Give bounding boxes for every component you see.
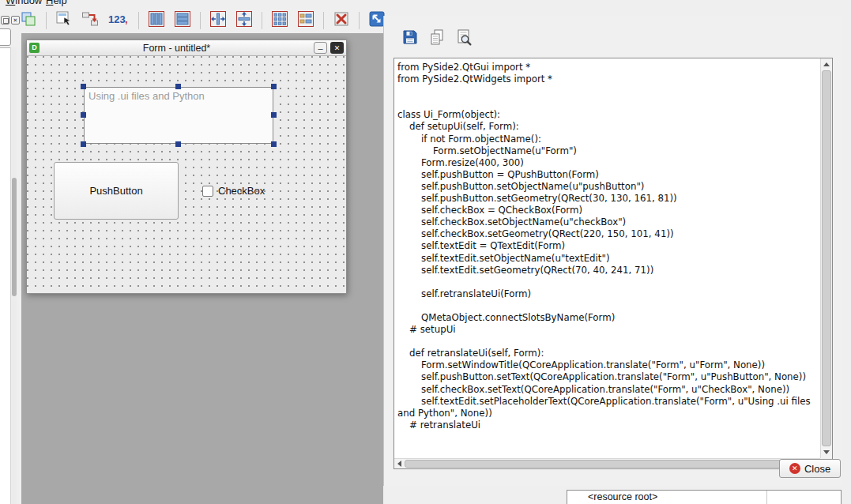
code-area: from PySide2.QtGui import * from PySide2… bbox=[393, 58, 833, 469]
selection-handle-sw[interactable] bbox=[81, 141, 86, 147]
layout-horizontally-icon bbox=[148, 10, 165, 31]
menu-help[interactable]: Help bbox=[46, 0, 67, 6]
form-titlebar[interactable]: D Form - untitled* – ✕ bbox=[27, 40, 346, 56]
dock-float-button[interactable] bbox=[1, 16, 9, 24]
svg-text:,: , bbox=[125, 13, 128, 25]
edit-widgets-icon bbox=[55, 10, 73, 31]
close-button-label: Close bbox=[804, 463, 830, 475]
layout-form-icon bbox=[297, 10, 314, 31]
toolbar-separator bbox=[46, 12, 47, 29]
edit-signals-slots-button[interactable] bbox=[79, 9, 101, 32]
qt-designer-window: Window Help 123, bbox=[0, 0, 851, 504]
arrow-up-icon bbox=[823, 62, 830, 66]
main-toolbar: 123, bbox=[17, 9, 388, 32]
dialog-toolbar bbox=[400, 28, 474, 49]
minimize-button[interactable]: – bbox=[314, 42, 327, 54]
layout-vertically-button[interactable] bbox=[171, 9, 194, 32]
form-canvas[interactable]: Using .ui files and Python PushButton Ch… bbox=[27, 56, 346, 293]
checkbox-widget[interactable]: CheckBox bbox=[202, 185, 265, 197]
copy-icon bbox=[427, 28, 446, 50]
scroll-up-button[interactable] bbox=[821, 58, 832, 70]
code-preview-dialog: from PySide2.QtGui import * from PySide2… bbox=[383, 16, 842, 486]
layout-vertical-splitter-button[interactable] bbox=[233, 9, 255, 32]
selection-handle-w[interactable] bbox=[81, 112, 86, 118]
resource-column-divider bbox=[766, 491, 767, 504]
layout-vertically-icon bbox=[174, 10, 191, 31]
form-title: Form - untitled* bbox=[40, 43, 314, 54]
menubar: Window Help bbox=[0, 0, 851, 7]
selection-handle-n[interactable] bbox=[175, 84, 181, 89]
break-layout-button[interactable] bbox=[330, 9, 352, 32]
dock-close-button[interactable]: ✕ bbox=[11, 16, 20, 24]
overlapping-widgets-button[interactable] bbox=[17, 9, 40, 32]
widget-box-list[interactable] bbox=[0, 47, 10, 504]
selection-handle-s[interactable] bbox=[175, 141, 181, 147]
widget-box-scroll-thumb[interactable] bbox=[12, 178, 17, 296]
toolbar-separator bbox=[323, 12, 324, 29]
find-icon bbox=[454, 28, 473, 50]
resource-browser[interactable]: <resource root> bbox=[567, 490, 842, 504]
widget-box-scrollbar[interactable] bbox=[10, 47, 17, 504]
form-editor-window: D Form - untitled* – ✕ Using .ui files a… bbox=[26, 39, 347, 294]
textedit-widget[interactable]: Using .ui files and Python bbox=[84, 87, 273, 144]
vertical-scrollbar[interactable] bbox=[820, 58, 832, 458]
vertical-scroll-thumb[interactable] bbox=[822, 70, 831, 446]
arrow-down-icon bbox=[823, 450, 830, 454]
horizontal-scroll-thumb[interactable] bbox=[405, 460, 810, 468]
layout-vertical-splitter-icon bbox=[235, 10, 253, 31]
edit-widgets-button[interactable] bbox=[53, 9, 75, 32]
widget-filter-input[interactable] bbox=[0, 28, 11, 46]
checkbox-label: CheckBox bbox=[218, 185, 265, 197]
save-button[interactable] bbox=[400, 28, 420, 49]
edit-tab-order-button[interactable]: 123, bbox=[105, 9, 132, 32]
arrow-left-icon bbox=[397, 461, 401, 467]
toolbar-separator bbox=[262, 12, 262, 29]
overlapping-widgets-icon bbox=[20, 10, 37, 31]
close-x-icon: ✕ bbox=[789, 463, 800, 474]
selection-handle-ne[interactable] bbox=[271, 84, 277, 89]
layout-form-button[interactable] bbox=[295, 9, 317, 32]
svg-text:123: 123 bbox=[108, 13, 126, 25]
toolbar-separator bbox=[200, 12, 201, 29]
save-icon bbox=[401, 28, 420, 50]
edit-signals-slots-icon bbox=[81, 10, 99, 31]
toolbar-separator bbox=[138, 12, 139, 29]
scroll-down-button[interactable] bbox=[821, 446, 832, 458]
find-button[interactable] bbox=[454, 28, 474, 49]
close-button[interactable]: ✕ bbox=[330, 42, 344, 54]
layout-grid-button[interactable] bbox=[269, 9, 291, 32]
selection-handle-e[interactable] bbox=[271, 112, 277, 118]
break-layout-icon bbox=[333, 10, 350, 31]
menu-window[interactable]: Window bbox=[6, 0, 42, 6]
pushbutton-widget[interactable]: PushButton bbox=[54, 162, 179, 220]
textedit-placeholder-text: Using .ui files and Python bbox=[84, 87, 273, 144]
selection-handle-se[interactable] bbox=[271, 141, 277, 147]
resource-root-label: <resource root> bbox=[588, 491, 657, 502]
layout-horizontal-splitter-icon bbox=[209, 10, 227, 31]
copy-button[interactable] bbox=[427, 28, 447, 49]
layout-horizontal-splitter-button[interactable] bbox=[207, 9, 229, 32]
toolbar-separator bbox=[359, 12, 360, 29]
selection-handle-nw[interactable] bbox=[81, 84, 86, 89]
checkbox-indicator[interactable] bbox=[202, 186, 213, 197]
layout-grid-icon bbox=[271, 10, 288, 31]
edit-tab-order-icon: 123, bbox=[107, 10, 130, 31]
layout-horizontally-button[interactable] bbox=[145, 9, 168, 32]
dialog-close-button[interactable]: ✕ Close bbox=[779, 459, 841, 478]
mdi-area: D Form - untitled* – ✕ Using .ui files a… bbox=[21, 33, 383, 504]
horizontal-scrollbar[interactable] bbox=[394, 458, 820, 468]
code-view[interactable]: from PySide2.QtGui import * from PySide2… bbox=[396, 60, 819, 457]
scroll-left-button[interactable] bbox=[394, 459, 405, 468]
designer-form-icon: D bbox=[29, 43, 40, 53]
